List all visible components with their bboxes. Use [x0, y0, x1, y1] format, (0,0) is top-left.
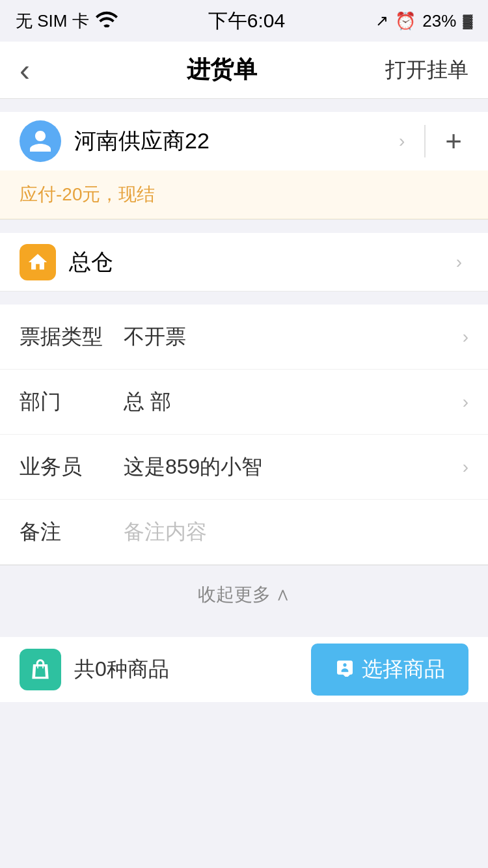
remark-value[interactable]: 备注内容 [117, 518, 468, 547]
invoice-type-label: 票据类型 [20, 323, 117, 351]
shopping-bag-icon [28, 657, 53, 682]
collapse-bar[interactable]: 收起更多 ∧ [0, 565, 488, 624]
warehouse-section: 总仓 › [0, 233, 488, 292]
status-right: ↗ ⏰ 23% ▓ [375, 11, 472, 31]
nav-bar: ‹ 进货单 打开挂单 [0, 42, 488, 99]
alarm-icon: ⏰ [395, 11, 416, 31]
warehouse-chevron-icon: › [456, 252, 462, 273]
invoice-chevron-icon: › [463, 327, 468, 347]
back-button[interactable]: ‹ [20, 52, 59, 88]
salesman-value: 这是859的小智 [117, 453, 463, 481]
select-product-icon [334, 658, 355, 682]
product-count: 共0种商品 [74, 655, 311, 684]
select-product-button[interactable]: 选择商品 [311, 644, 468, 696]
select-product-label: 选择商品 [362, 655, 445, 684]
add-supplier-button[interactable]: + [439, 125, 468, 157]
department-chevron-icon: › [463, 392, 468, 413]
warehouse-icon [20, 244, 56, 280]
product-footer: 共0种商品 选择商品 [0, 637, 488, 702]
content: 河南供应商22 › + 应付-20元，现结 总仓 › 票据类型 不开票 › [0, 112, 488, 702]
supplier-row[interactable]: 河南供应商22 › + [0, 112, 488, 170]
product-icon-bg [20, 649, 61, 690]
open-pending-button[interactable]: 打开挂单 [385, 56, 468, 85]
supplier-divider [424, 125, 426, 157]
warehouse-name: 总仓 [69, 247, 456, 277]
user-icon [27, 128, 53, 154]
remark-label: 备注 [20, 518, 117, 547]
salesman-chevron-icon: › [463, 457, 468, 478]
notice-bar: 应付-20元，现结 [0, 170, 488, 219]
warehouse-row[interactable]: 总仓 › [0, 233, 488, 292]
form-section: 票据类型 不开票 › 部门 总 部 › 业务员 这是859的小智 › 备注 备注… [0, 305, 488, 565]
battery-icon: ▓ [463, 14, 472, 29]
carrier-text: 无 SIM 卡 [16, 10, 89, 33]
department-value: 总 部 [117, 388, 463, 416]
supplier-section: 河南供应商22 › + 应付-20元，现结 [0, 112, 488, 220]
supplier-avatar [20, 120, 61, 162]
location-icon: ↗ [375, 12, 388, 30]
department-label: 部门 [20, 388, 117, 416]
invoice-type-row[interactable]: 票据类型 不开票 › [0, 305, 488, 370]
department-row[interactable]: 部门 总 部 › [0, 370, 488, 435]
supplier-chevron-icon: › [399, 131, 405, 152]
supplier-name: 河南供应商22 [74, 126, 399, 156]
invoice-type-value: 不开票 [117, 323, 463, 351]
status-left: 无 SIM 卡 [16, 10, 118, 33]
battery-text: 23% [422, 11, 456, 31]
wifi-icon [96, 10, 118, 32]
time-text: 下午6:04 [208, 8, 285, 34]
page-title: 进货单 [187, 54, 257, 86]
salesman-label: 业务员 [20, 453, 117, 481]
house-icon [27, 251, 49, 273]
salesman-row[interactable]: 业务员 这是859的小智 › [0, 435, 488, 500]
status-bar: 无 SIM 卡 下午6:04 ↗ ⏰ 23% ▓ [0, 0, 488, 42]
remark-row[interactable]: 备注 备注内容 [0, 500, 488, 565]
